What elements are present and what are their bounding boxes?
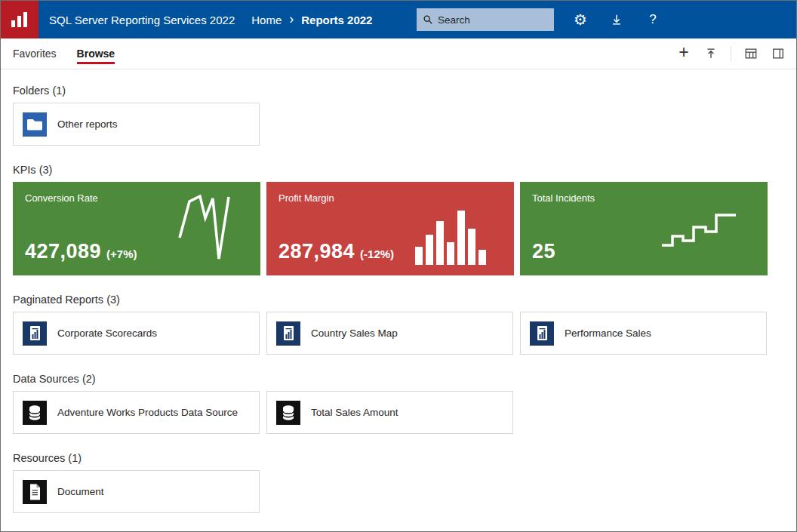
download-button[interactable]: [605, 8, 629, 32]
search-icon: [423, 14, 433, 25]
report-card-label: Corporate Scorecards: [57, 327, 162, 340]
gear-icon: ⚙: [574, 11, 587, 29]
report-card-label: Country Sales Map: [311, 327, 402, 340]
upload-button[interactable]: [697, 42, 725, 66]
kpi-value: 427,089: [25, 240, 101, 263]
report-card-performance-sales[interactable]: Performance Sales: [520, 312, 767, 355]
search-input[interactable]: [438, 14, 548, 26]
folder-card-label: Other reports: [57, 118, 122, 131]
paginated-reports-heading: Paginated Reports (3): [13, 294, 784, 306]
database-icon: [276, 401, 300, 425]
kpi-title: Conversion Rate: [25, 192, 98, 204]
folder-icon: [23, 112, 47, 137]
kpis-heading: KPIs (3): [13, 164, 784, 176]
resource-card-document[interactable]: Document: [13, 470, 260, 513]
details-view-button[interactable]: [765, 42, 792, 66]
breadcrumb-current: Reports 2022: [301, 14, 372, 26]
tab-browse[interactable]: Browse: [77, 38, 115, 69]
datasource-card-label: Adventure Works Products Data Source: [57, 406, 242, 420]
kpi-value-row: 25: [532, 240, 561, 263]
bar-chart-icon: [8, 8, 31, 31]
kpi-tile-conversion-rate[interactable]: Conversion Rate 427,089 (+7%): [13, 182, 260, 275]
data-sources-row: Adventure Works Products Data Source Tot…: [13, 391, 784, 434]
tab-bar: Favorites Browse +: [1, 38, 796, 69]
kpi-delta: (+7%): [106, 248, 137, 260]
document-icon: [23, 480, 47, 504]
breadcrumb: Home › Reports 2022: [251, 13, 372, 26]
report-page-icon: [23, 321, 47, 346]
app-logo[interactable]: [1, 1, 38, 38]
datasource-card-adventure-works[interactable]: Adventure Works Products Data Source: [13, 391, 260, 434]
report-page-icon: [276, 321, 300, 346]
browse-content: Folders (1) Other reports KPIs (3) Conve…: [1, 85, 796, 513]
kpi-title: Profit Margin: [278, 192, 334, 204]
database-icon: [23, 401, 47, 425]
kpi-tile-profit-margin[interactable]: Profit Margin 287,984 (-12%): [266, 182, 514, 275]
step-sparkline-icon: [662, 206, 737, 250]
datasource-card-label: Total Sales Amount: [311, 406, 403, 420]
paginated-reports-row: Corporate Scorecards Country Sales Map: [13, 312, 784, 355]
resources-heading: Resources (1): [13, 452, 784, 464]
upload-icon: [704, 47, 718, 60]
folders-heading: Folders (1): [13, 85, 784, 97]
app-title[interactable]: SQL Server Reporting Services 2022: [49, 14, 235, 26]
breadcrumb-home[interactable]: Home: [251, 14, 282, 26]
download-icon: [610, 13, 623, 26]
resource-card-label: Document: [57, 485, 109, 499]
plus-icon: +: [679, 42, 688, 63]
kpi-value: 25: [532, 240, 555, 263]
ssrs-portal-window: SQL Server Reporting Services 2022 Home …: [0, 0, 797, 532]
help-icon: ?: [649, 12, 656, 27]
report-card-country-sales-map[interactable]: Country Sales Map: [266, 312, 513, 355]
line-sparkline-icon: [177, 191, 232, 265]
bar-sparkline-icon: [414, 208, 487, 265]
kpi-title: Total Incidents: [532, 192, 595, 204]
resources-row: Document: [13, 470, 784, 513]
toolbar-divider: [731, 46, 731, 61]
new-item-button[interactable]: +: [670, 42, 697, 66]
folder-card-other-reports[interactable]: Other reports: [13, 103, 260, 146]
folders-row: Other reports: [13, 103, 784, 146]
report-card-label: Performance Sales: [565, 327, 656, 340]
kpi-row: Conversion Rate 427,089 (+7%) Profit Mar…: [13, 182, 784, 275]
data-sources-heading: Data Sources (2): [13, 373, 784, 385]
tab-favorites[interactable]: Favorites: [13, 38, 57, 69]
tab-toolbar: +: [670, 38, 792, 69]
search-box[interactable]: [417, 8, 554, 31]
settings-button[interactable]: ⚙: [568, 8, 592, 32]
report-card-corporate-scorecards[interactable]: Corporate Scorecards: [13, 312, 260, 355]
help-button[interactable]: ?: [641, 8, 665, 32]
kpi-delta: (-12%): [360, 248, 394, 260]
tiles-view-button[interactable]: [737, 42, 765, 66]
kpi-value-row: 427,089 (+7%): [25, 240, 137, 263]
kpi-value: 287,984: [278, 240, 355, 263]
details-pane-icon: [771, 47, 785, 60]
top-bar: SQL Server Reporting Services 2022 Home …: [1, 1, 796, 38]
chevron-right-icon: ›: [289, 12, 294, 26]
datasource-card-total-sales-amount[interactable]: Total Sales Amount: [266, 391, 513, 434]
grid-icon: [744, 47, 758, 60]
report-page-icon: [530, 321, 554, 346]
kpi-tile-total-incidents[interactable]: Total Incidents 25: [520, 182, 768, 275]
kpi-value-row: 287,984 (-12%): [278, 240, 394, 263]
